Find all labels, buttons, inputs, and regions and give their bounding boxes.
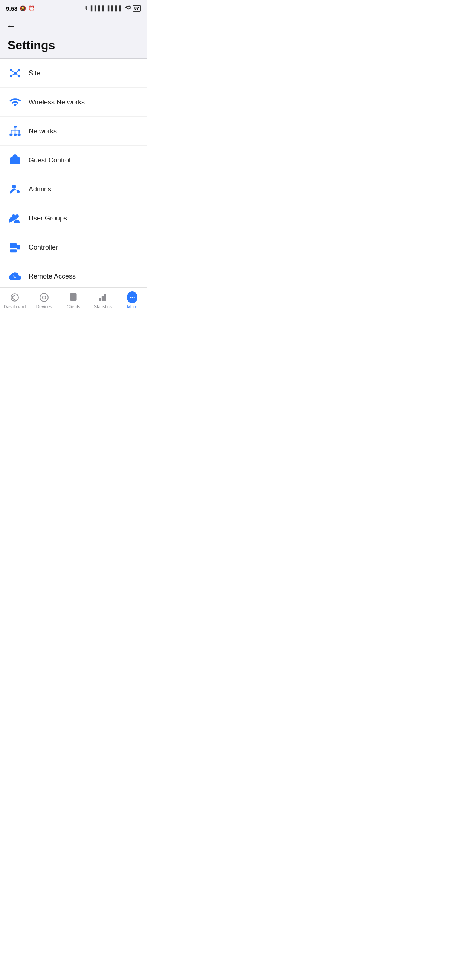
svg-rect-26	[10, 249, 17, 252]
settings-item-site[interactable]: Site	[0, 59, 147, 88]
nav-item-more[interactable]: More	[117, 291, 147, 311]
dashboard-nav-icon	[10, 292, 20, 303]
user-groups-label: User Groups	[29, 215, 67, 223]
remote-access-label: Remote Access	[29, 272, 76, 280]
svg-line-7	[11, 73, 15, 76]
settings-item-guest-control[interactable]: Guest Control	[0, 146, 147, 175]
admins-icon	[8, 182, 22, 197]
site-label: Site	[29, 69, 40, 77]
networks-icon	[8, 124, 22, 139]
clients-nav-icon	[68, 292, 79, 303]
svg-rect-35	[104, 294, 105, 301]
settings-item-networks[interactable]: Networks	[0, 117, 147, 146]
nav-item-devices[interactable]: Devices	[29, 291, 59, 311]
battery-indicator: 87	[133, 5, 141, 12]
svg-rect-19	[14, 160, 17, 162]
top-navigation: ←	[0, 17, 147, 35]
guest-control-icon	[8, 153, 22, 168]
settings-scroll-area[interactable]: Site Wireless Networks Networks	[0, 59, 147, 318]
settings-item-admins[interactable]: Admins	[0, 175, 147, 204]
svg-rect-25	[17, 245, 20, 250]
svg-rect-9	[14, 126, 17, 127]
status-icons-area: ▍▍▍▍ ▍▍▍▍ 87	[84, 5, 141, 12]
svg-point-20	[12, 185, 16, 189]
status-time-area: 9:58 🔕 ⏰	[6, 5, 35, 12]
nav-item-clients[interactable]: Clients	[59, 291, 88, 311]
svg-rect-24	[10, 243, 17, 248]
more-nav-label: More	[127, 304, 137, 309]
settings-item-remote-access[interactable]: Remote Access	[0, 262, 147, 291]
svg-rect-32	[74, 297, 75, 298]
settings-item-wireless[interactable]: Wireless Networks	[0, 88, 147, 117]
bluetooth-icon	[84, 5, 89, 12]
back-button[interactable]: ←	[6, 21, 16, 31]
user-groups-icon	[8, 211, 22, 226]
page-title-section: Settings	[0, 35, 147, 59]
bottom-navigation: Dashboard Devices Clients Statistics	[0, 287, 147, 318]
wireless-label: Wireless Networks	[29, 99, 85, 106]
wireless-icon	[8, 95, 22, 110]
clients-nav-label: Clients	[67, 304, 81, 309]
remote-access-icon	[8, 269, 22, 284]
site-icon	[8, 65, 22, 81]
admins-label: Admins	[29, 185, 51, 193]
page-title: Settings	[8, 38, 140, 52]
settings-item-controller[interactable]: Controller	[0, 233, 147, 262]
settings-item-user-groups[interactable]: User Groups	[0, 204, 147, 233]
svg-rect-12	[18, 134, 21, 136]
app-container: 9:58 🔕 ⏰ ▍▍▍▍ ▍▍▍▍ 87 ← Settings	[0, 0, 147, 318]
svg-point-36	[130, 297, 131, 298]
networks-label: Networks	[29, 127, 57, 135]
signal-icon-2: ▍▍▍▍	[108, 6, 123, 11]
controller-label: Controller	[29, 243, 58, 251]
mute-icon: 🔕	[20, 5, 26, 11]
svg-point-28	[40, 293, 48, 302]
statistics-nav-icon	[98, 292, 108, 303]
settings-list: Site Wireless Networks Networks	[0, 59, 147, 318]
svg-point-29	[43, 296, 46, 299]
svg-line-6	[15, 70, 19, 73]
status-bar: 9:58 🔕 ⏰ ▍▍▍▍ ▍▍▍▍ 87	[0, 0, 147, 17]
dashboard-nav-label: Dashboard	[4, 304, 26, 309]
nav-item-statistics[interactable]: Statistics	[88, 291, 117, 311]
wifi-status-icon	[125, 5, 131, 12]
svg-line-8	[15, 73, 19, 76]
svg-rect-33	[100, 298, 101, 301]
svg-rect-34	[102, 296, 103, 301]
guest-control-label: Guest Control	[29, 156, 70, 164]
svg-line-5	[11, 70, 15, 73]
svg-point-27	[14, 277, 16, 278]
signal-icon-1: ▍▍▍▍	[91, 6, 106, 11]
devices-nav-icon	[39, 292, 49, 303]
svg-rect-11	[14, 134, 17, 136]
svg-point-38	[134, 297, 135, 298]
nav-item-dashboard[interactable]: Dashboard	[0, 291, 29, 311]
svg-rect-31	[72, 295, 73, 299]
statistics-nav-label: Statistics	[94, 304, 112, 309]
alarm-icon: ⏰	[28, 5, 35, 11]
svg-point-37	[132, 297, 133, 298]
svg-rect-10	[10, 134, 13, 136]
more-nav-icon	[127, 292, 138, 303]
controller-icon	[8, 240, 22, 255]
devices-nav-label: Devices	[36, 304, 52, 309]
time-display: 9:58	[6, 5, 17, 12]
